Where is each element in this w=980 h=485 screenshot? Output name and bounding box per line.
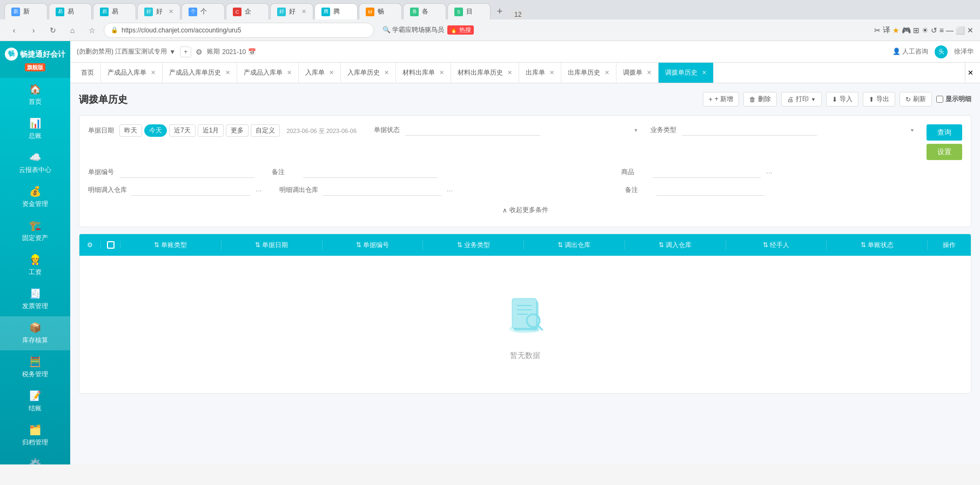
biz-select-wrapper[interactable] xyxy=(682,124,918,136)
page-tab-5[interactable]: 入库单历史 ✕ xyxy=(341,63,396,83)
set-button[interactable]: 设置 xyxy=(927,144,962,160)
page-tab-11-close[interactable]: ✕ xyxy=(702,69,707,76)
biz-select[interactable] xyxy=(682,124,817,136)
note2-input[interactable] xyxy=(656,184,764,196)
order-no-input[interactable] xyxy=(119,167,254,178)
browser-tab-t10[interactable]: 各 各 xyxy=(403,3,446,19)
page-tab-3-close[interactable]: ✕ xyxy=(287,69,292,76)
sidebar-item-salary[interactable]: 👷 工资 xyxy=(0,248,70,282)
query-button[interactable]: 查询 xyxy=(927,124,962,141)
back-button[interactable]: ‹ xyxy=(6,23,22,38)
th-order-no[interactable]: ⇅ 单据编号 xyxy=(323,241,424,250)
sidebar-item-archive[interactable]: 🗂️ 归档管理 xyxy=(0,418,70,453)
page-tab-8[interactable]: 出库单 ✕ xyxy=(519,63,561,83)
close-browser-icon[interactable]: ✕ xyxy=(967,26,974,35)
browser-tab-t3[interactable]: 易 易 xyxy=(93,3,136,19)
date-btn-7days[interactable]: 近7天 xyxy=(169,124,196,137)
sidebar-item-close[interactable]: 📝 结账 xyxy=(0,384,70,418)
page-tab-4[interactable]: 入库单 ✕ xyxy=(299,63,341,83)
page-tab-1[interactable]: 产成品入库单 ✕ xyxy=(101,63,163,83)
page-tab-7[interactable]: 材料出库单历史 ✕ xyxy=(451,63,519,83)
maximize-icon[interactable]: ⬜ xyxy=(956,26,965,35)
th-handler[interactable]: ⇅ 经手人 xyxy=(726,241,827,250)
date-btn-today[interactable]: 今天 xyxy=(144,124,167,137)
tabs-more-button[interactable]: ✕ xyxy=(965,63,976,83)
browser-tab-t7[interactable]: 好 好 ✕ xyxy=(270,3,313,19)
out-warehouse-input[interactable] xyxy=(323,184,441,196)
th-date[interactable]: ⇅ 单据日期 xyxy=(221,241,323,250)
home-button[interactable]: ⌂ xyxy=(65,23,80,38)
page-tab-9[interactable]: 出库单历史 ✕ xyxy=(561,63,616,83)
in-warehouse-input[interactable] xyxy=(131,184,250,196)
page-tab-11[interactable]: 调拨单历史 ✕ xyxy=(659,63,714,83)
status-select[interactable] xyxy=(405,124,540,136)
menu-icon[interactable]: ≡ xyxy=(939,26,944,35)
sidebar-item-home[interactable]: 🏠 首页 xyxy=(0,78,70,112)
page-tab-10[interactable]: 调拨单 ✕ xyxy=(616,63,659,83)
sidebar-item-assets[interactable]: 🏗️ 固定资产 xyxy=(0,214,70,248)
minimize-icon[interactable]: — xyxy=(946,26,954,35)
browser-tab-t4[interactable]: 好 好 ✕ xyxy=(137,3,180,19)
page-tab-10-close[interactable]: ✕ xyxy=(647,69,652,76)
browser-tab-t11[interactable]: S 目 xyxy=(447,3,491,19)
th-in-warehouse[interactable]: ⇅ 调入仓库 xyxy=(625,241,726,250)
browser-tab-t9[interactable]: M 畅 xyxy=(359,3,402,19)
page-tab-8-close[interactable]: ✕ xyxy=(549,69,554,76)
bookmark-button[interactable]: ☆ xyxy=(84,23,99,38)
print-button[interactable]: 🖨 打印 ▼ xyxy=(781,92,822,107)
company-settings-icon[interactable]: ⚙ xyxy=(196,48,203,56)
sidebar-item-invoice[interactable]: 🧾 发票管理 xyxy=(0,282,70,316)
remark-input[interactable] xyxy=(303,167,438,178)
browser-tab-t2[interactable]: 易 易 xyxy=(49,3,92,19)
forward-button[interactable]: › xyxy=(26,23,41,38)
close-icon-t7[interactable]: ✕ xyxy=(301,8,306,15)
url-bar[interactable]: 🔒 https://cloud.chanjet.com/accounting/u… xyxy=(104,23,374,38)
out-warehouse-dots[interactable]: ··· xyxy=(447,186,453,195)
export-button[interactable]: ⬆ 导出 xyxy=(863,92,895,107)
page-tab-9-close[interactable]: ✕ xyxy=(605,69,609,76)
date-btn-1month[interactable]: 近1月 xyxy=(198,124,224,137)
browser-tab-t6[interactable]: C 企 xyxy=(226,3,269,19)
browser-tab-t5[interactable]: 个 个 xyxy=(182,3,225,19)
import-button[interactable]: ⬇ 导入 xyxy=(826,92,858,107)
company-selector[interactable]: (勿删勿禁用) 江西服宝测试专用 ▼ xyxy=(77,47,176,56)
page-tab-1-close[interactable]: ✕ xyxy=(151,69,156,76)
browser-tab-active[interactable]: 腾 腾 xyxy=(314,3,358,19)
browser-tab-t1[interactable]: 新 新 xyxy=(4,3,48,19)
reload-button[interactable]: ↻ xyxy=(45,23,61,38)
in-warehouse-dots[interactable]: ··· xyxy=(256,186,262,195)
delete-button[interactable]: 🗑 删除 xyxy=(743,92,777,107)
refresh-button[interactable]: ↻ 刷新 xyxy=(900,92,932,107)
add-company-button[interactable]: + xyxy=(180,46,191,57)
date-btn-custom[interactable]: 自定义 xyxy=(251,124,280,137)
page-tab-2-close[interactable]: ✕ xyxy=(225,69,230,76)
th-order-type[interactable]: ⇅ 单账类型 xyxy=(120,241,221,250)
sidebar-item-funds[interactable]: 💰 资金管理 xyxy=(0,180,70,214)
close-icon-t4[interactable]: ✕ xyxy=(169,8,173,15)
sidebar-item-tax[interactable]: 🧮 税务管理 xyxy=(0,350,70,384)
sidebar-item-reports[interactable]: ☁️ 云报表中心 xyxy=(0,146,70,180)
page-tab-7-close[interactable]: ✕ xyxy=(507,69,512,76)
new-tab-button[interactable]: + xyxy=(492,3,508,19)
page-tab-5-close[interactable]: ✕ xyxy=(384,69,389,76)
page-tab-2[interactable]: 产成品入库单历史 ✕ xyxy=(163,63,237,83)
page-tab-home[interactable]: 首页 xyxy=(75,63,101,83)
user-service-link[interactable]: 👤 人工咨询 xyxy=(892,47,928,56)
display-toggle[interactable]: 显示明细 xyxy=(936,95,971,104)
status-select-wrapper[interactable] xyxy=(405,124,641,136)
sidebar-item-ledger[interactable]: 📊 总账 xyxy=(0,112,70,146)
goods-input[interactable] xyxy=(653,167,761,178)
select-all-checkbox[interactable] xyxy=(107,241,115,249)
date-btn-yesterday[interactable]: 昨天 xyxy=(119,124,142,137)
page-tab-3[interactable]: 产成品入库单 ✕ xyxy=(237,63,299,83)
th-settings[interactable]: ⚙ xyxy=(79,241,101,249)
th-out-warehouse[interactable]: ⇅ 调出仓库 xyxy=(524,241,625,250)
th-biz-type[interactable]: ⇅ 业务类型 xyxy=(423,241,524,250)
page-tab-6[interactable]: 材料出库单 ✕ xyxy=(396,63,451,83)
collapse-button[interactable]: ∧ 收起更多条件 xyxy=(88,202,962,218)
sidebar-item-inventory[interactable]: 📦 库存核算 xyxy=(0,316,70,350)
date-btn-more[interactable]: 更多 xyxy=(226,124,249,137)
page-tab-6-close[interactable]: ✕ xyxy=(439,69,444,76)
page-tab-4-close[interactable]: ✕ xyxy=(329,69,334,76)
th-checkbox[interactable] xyxy=(101,241,120,249)
